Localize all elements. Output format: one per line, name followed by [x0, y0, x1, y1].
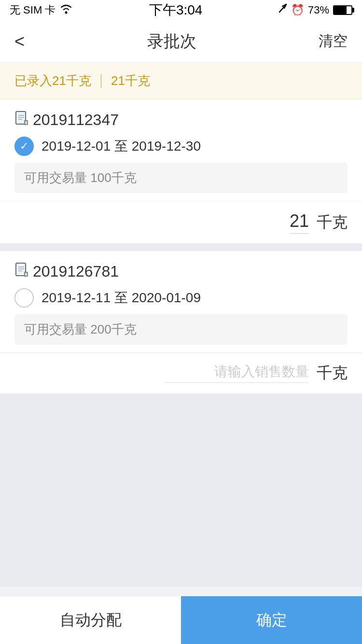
batch-item-1: 2019112347 2019-12-01 至 2019-12-30 可用交易量… [0, 99, 362, 243]
battery-percent: 73% [308, 4, 329, 16]
svg-rect-2 [17, 112, 25, 123]
status-bar: 无 SIM 卡 下午3:04 ⏰ 73% [0, 0, 362, 20]
batch-id-1: 2019112347 [33, 111, 119, 129]
batch-header-2: 2019126781 [0, 251, 362, 285]
confirm-button[interactable]: 确定 [181, 596, 362, 644]
batch-date-row-2[interactable]: 2019-12-11 至 2020-01-09 [0, 285, 362, 310]
batch-header-1: 2019112347 [0, 99, 362, 134]
svg-rect-7 [17, 264, 25, 275]
batch-doc-icon-1 [14, 111, 29, 129]
page-title: 录批次 [147, 30, 196, 53]
auto-distribute-button[interactable]: 自动分配 [0, 596, 181, 644]
back-button[interactable]: < [14, 31, 25, 52]
sim-text: 无 SIM 卡 [10, 3, 56, 17]
location-icon [278, 3, 287, 17]
quantity-input-2[interactable] [164, 364, 309, 379]
status-right: ⏰ 73% [278, 3, 352, 17]
amount-value-1[interactable]: 21 [290, 211, 309, 234]
section-divider [0, 243, 362, 251]
amount-unit-1: 千克 [317, 212, 348, 233]
input-unit-2: 千克 [317, 363, 348, 384]
nav-bar: < 录批次 清空 [0, 20, 362, 63]
content-fill [0, 393, 362, 587]
batch-id-2: 2019126781 [33, 263, 119, 280]
batch-date-row-1[interactable]: 2019-12-01 至 2019-12-30 [0, 134, 362, 159]
wifi-icon [59, 3, 73, 17]
batch-date-1: 2019-12-01 至 2019-12-30 [42, 137, 201, 155]
radio-2[interactable] [14, 288, 34, 308]
batch-availability-2: 可用交易量 200千克 [14, 314, 348, 345]
batch-item-2: 2019126781 2019-12-11 至 2020-01-09 可用交易量… [0, 251, 362, 393]
bottom-bar: 自动分配 确定 [0, 596, 362, 644]
radio-1[interactable] [14, 137, 34, 156]
clear-button[interactable]: 清空 [319, 31, 348, 51]
svg-point-0 [65, 12, 68, 14]
banner-divider [101, 74, 101, 88]
info-banner: 已录入21千克 21千克 [0, 63, 362, 99]
batch-date-2: 2019-12-11 至 2020-01-09 [42, 289, 201, 307]
alarm-icon: ⏰ [291, 4, 304, 16]
amount-row-2: 千克 [0, 352, 362, 393]
batch-doc-icon-2 [14, 263, 29, 280]
battery-icon [333, 5, 352, 15]
recorded-amount-value: 21千克 [111, 72, 150, 89]
batch-availability-1: 可用交易量 100千克 [14, 163, 348, 193]
status-time: 下午3:04 [149, 1, 203, 19]
status-left: 无 SIM 卡 [10, 3, 73, 17]
recorded-amount-label: 已录入21千克 [14, 72, 91, 89]
amount-row-1: 21 千克 [0, 201, 362, 243]
